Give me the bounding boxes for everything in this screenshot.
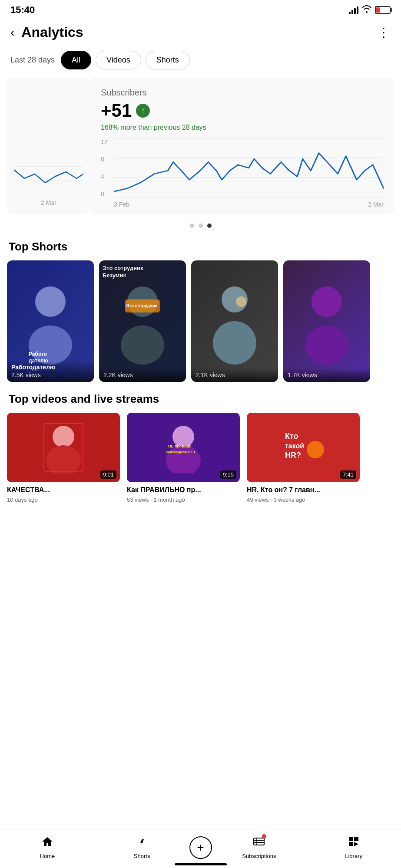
video-3-duration: 7:41 [340,470,356,479]
shorts-icon [136,835,148,851]
short-item-2[interactable]: Это сотрудник Это сотрудникБезумик 2.2K … [99,260,186,382]
svg-text:НЕ проводи: НЕ проводи [168,444,191,448]
video-thumb-1: 9:01 [7,413,120,482]
page-title: Analytics [21,24,83,40]
nav-library-label: Library [345,853,362,859]
header: ‹ Analytics ⋮ [0,18,401,46]
filter-tab-shorts[interactable]: Shorts [146,51,190,69]
more-button[interactable]: ⋮ [378,25,391,39]
subscribers-label: Subscribers [101,88,384,98]
mini-chart [14,152,83,196]
subscribers-chart: 12 8 4 0 3 Feb 2 Mar [101,138,384,208]
svg-text:такой: такой [285,442,304,450]
nav-home-label: Home [40,853,55,859]
status-bar: 15:40 [0,0,401,18]
svg-rect-31 [254,838,264,845]
nav-subscriptions[interactable]: Subscriptions [212,835,307,859]
filter-row: Last 28 days All Videos Shorts [0,46,401,77]
video-2-title: Как ПРАВИЛЬНО пр... [127,486,240,495]
video-1-duration: 9:01 [100,470,116,479]
video-3-meta: 49 views · 3 weeks ago [247,496,360,503]
video-3-title: HR. Кто он? 7 главн... [247,486,360,495]
video-thumb-3: Кто такой HR? 7:41 [247,413,360,482]
svg-point-30 [307,441,324,458]
short-3-views: 2.1K views [196,372,274,378]
status-time: 15:40 [10,4,35,16]
video-1-meta: 10 days ago [7,496,120,503]
svg-rect-37 [349,842,353,846]
video-item-3[interactable]: Кто такой HR? 7:41 HR. Кто он? 7 главн..… [247,413,360,503]
signal-icon [349,6,358,14]
home-icon [41,835,53,851]
subscriptions-icon [253,835,265,851]
short-4-views: 1.7K views [288,372,366,378]
videos-list: 9:01 КАЧЕСТВА... 10 days ago НЕ проводи … [0,413,401,555]
dot-2[interactable] [199,224,203,228]
svg-text:Это сотрудник: Это сотрудник [126,303,158,308]
nav-subscriptions-label: Subscriptions [242,853,276,859]
video-2-meta: 53 views · 1 month ago [127,496,240,503]
svg-point-17 [312,286,342,317]
video-item-2[interactable]: НЕ проводи собеседование 1 9:15 Как ПРАВ… [127,413,240,503]
video-item-1[interactable]: 9:01 КАЧЕСТВА... 10 days ago [7,413,120,503]
filter-tabs: All Videos Shorts [61,51,190,69]
svg-text:Работо: Работо [29,351,47,357]
svg-point-16 [236,296,246,307]
svg-marker-38 [354,842,358,846]
status-icons [349,5,391,15]
svg-text:Кто: Кто [285,432,298,441]
chart-svg [114,138,384,197]
svg-point-19 [53,426,74,447]
svg-point-11 [121,326,164,365]
short-item-1[interactable]: Работо дателю Работодателю 2.5K views [7,260,94,382]
back-button[interactable]: ‹ [10,26,14,39]
bottom-nav: Home Shorts + Subscriptions [0,829,401,868]
nav-add-button[interactable]: + [189,836,212,859]
video-2-duration: 9:15 [220,470,236,479]
short-1-views: 2.5K views [11,372,89,378]
shorts-list: Работо дателю Работодателю 2.5K views Эт… [0,260,401,392]
svg-point-6 [35,286,66,317]
short-2-views: 2.2K views [103,372,182,378]
mini-chart-date: 2 Mar [14,199,83,206]
nav-home[interactable]: Home [0,835,95,859]
svg-point-20 [46,445,81,473]
dot-1[interactable] [190,224,194,228]
video-1-title: КАЧЕСТВА... [7,486,120,495]
short-1-label: Работодателю [11,364,89,371]
svg-point-18 [305,326,348,365]
top-shorts-title: Top Shorts [0,240,401,260]
subscribers-count: +51 ↑ [101,100,384,121]
home-indicator [175,863,227,865]
up-arrow-icon: ↑ [136,104,150,118]
svg-rect-35 [349,837,353,841]
svg-rect-36 [354,837,358,841]
svg-text:HR?: HR? [285,451,301,460]
dot-3[interactable] [207,224,212,228]
filter-tab-all[interactable]: All [61,51,91,69]
nav-library[interactable]: Library [306,835,401,859]
nav-shorts[interactable]: Shorts [95,835,189,859]
cards-row: 2 Mar Subscribers +51 ↑ 168% more than p… [0,77,401,215]
battery-icon [375,6,391,14]
mini-chart-card: 2 Mar [7,77,90,215]
add-icon: + [197,841,204,855]
short-item-3[interactable]: 2.1K views [191,260,278,382]
nav-shorts-label: Shorts [134,853,150,859]
wifi-icon [362,5,371,15]
library-icon [348,835,360,851]
svg-point-23 [166,445,201,473]
chart-y-labels: 12 8 4 0 [101,138,108,208]
video-thumb-2: НЕ проводи собеседование 1 9:15 [127,413,240,482]
chart-x-labels: 3 Feb 2 Mar [114,201,384,208]
subscribers-card: Subscribers +51 ↑ 168% more than previou… [90,77,394,215]
svg-point-15 [213,321,256,365]
subscribers-percent: 168% more than previous 28 days [101,124,384,132]
sub-badge [262,834,266,838]
carousel-dots [0,215,401,240]
short-item-4[interactable]: 1.7K views [283,260,370,382]
date-range-label: Last 28 days [10,56,55,65]
top-videos-title: Top videos and live streams [0,392,401,413]
svg-text:собеседование 1: собеседование 1 [166,450,196,454]
filter-tab-videos[interactable]: Videos [96,51,141,69]
